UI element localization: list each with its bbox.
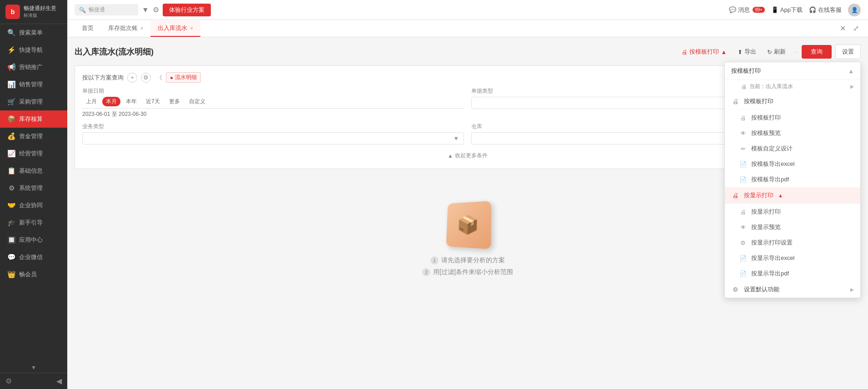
query-button[interactable]: 查询 <box>802 45 832 59</box>
settings-icon[interactable]: ⚙ <box>5 377 12 385</box>
online-service-item[interactable]: 🎧 在线客服 <box>809 6 842 14</box>
date-tab-本月[interactable]: 本月 <box>102 97 120 106</box>
phone-icon: 📱 <box>771 6 778 13</box>
set-button[interactable]: 设置 <box>835 45 861 59</box>
app-download-item[interactable]: 📱 App下载 <box>771 6 803 14</box>
hint-2: 2 用[过滤]条件来缩小分析范围 <box>422 268 513 276</box>
wechat-icon: 💬 <box>7 253 15 261</box>
sidebar-item-enterprise[interactable]: 🤝企业协同 <box>0 197 67 214</box>
set-default-item[interactable]: ⚙ 设置默认功能 ▶ <box>725 281 860 298</box>
biz-type-select[interactable]: ▼ <box>82 132 464 145</box>
nav-label-wechat: 企业微信 <box>19 253 43 261</box>
sidebar-item-appcenter[interactable]: 🔲应用中心 <box>0 231 67 249</box>
date-tab-上月[interactable]: 上月 <box>82 97 100 106</box>
date-filter-item: 单据日期 上月本月本年近7天更多自定义 2023-06-01 至 2023-06… <box>82 87 464 118</box>
settings-func-icon: ⚙ <box>731 286 739 293</box>
sidebar-item-inventory[interactable]: 📦库存核算 <box>0 110 67 128</box>
dropdown-item-display-pdf[interactable]: 📄按显示导出pdf <box>725 266 860 281</box>
template-section-header[interactable]: 🖨 按模板打印 <box>725 93 860 110</box>
tab-close-inout[interactable]: × <box>190 25 193 31</box>
sidebar-item-search[interactable]: 🔍搜索菜单 <box>0 24 67 41</box>
filter-collapse-icon[interactable]: 《 <box>156 74 162 82</box>
guide-icon: 🎓 <box>7 219 15 227</box>
sidebar-item-purchase[interactable]: 🛒采购管理 <box>0 93 67 110</box>
topbar-gear-icon[interactable]: ⚙ <box>153 5 159 14</box>
chevron-right-small-icon: ▶ <box>850 287 854 293</box>
page-header: 出入库流水(流水明细) 🖨 按模板打印 ▲ ⬆ 导出 ↻ 刷新 <box>75 45 861 59</box>
industry-btn[interactable]: 体验行业方案 <box>163 4 211 16</box>
date-tab-近7天[interactable]: 近7天 <box>142 97 164 106</box>
tab-close-batch[interactable]: × <box>140 25 143 31</box>
sidebar-item-basic[interactable]: 📋基础信息 <box>0 162 67 180</box>
nav-label-marketing: 营销推广 <box>19 63 43 71</box>
user-avatar[interactable]: 👤 <box>848 4 861 16</box>
search-icon: 🔍 <box>79 7 86 13</box>
filter-add-button[interactable]: + <box>127 73 137 83</box>
display-print-icon: 🖨 <box>739 209 747 215</box>
dropdown-item-template-excel[interactable]: 📄按模板导出excel <box>725 156 860 172</box>
display-excel-icon: 📄 <box>739 255 747 262</box>
page-actions: 🖨 按模板打印 ▲ ⬆ 导出 ↻ 刷新 ··· 查询 设置 <box>678 45 861 59</box>
template-pdf-icon: 📄 <box>739 176 747 183</box>
date-tab-本年[interactable]: 本年 <box>122 97 140 106</box>
collapse-up-icon: ▲ <box>448 153 453 159</box>
sidebar-item-system[interactable]: ⚙系统管理 <box>0 180 67 197</box>
close-window-button[interactable]: ✕ <box>838 22 848 35</box>
display-pdf-icon: 📄 <box>739 270 747 277</box>
scroll-down-button[interactable]: ▼ <box>0 363 67 373</box>
print-dropdown-panel: 按模板打印 ▲ 🖨 当前：出入库流水 ▶ 🖨 按模板打印 <box>724 62 861 298</box>
print-template-button[interactable]: 🖨 按模板打印 ▲ <box>678 46 730 58</box>
topbar: 🔍 畅捷通 ▼ ⚙ 体验行业方案 💬 消息 99+ 📱 App下载 🎧 在线客服… <box>67 0 868 20</box>
dropdown-current: 🖨 当前：出入库流水 ▶ <box>725 80 860 93</box>
headset-icon: 🎧 <box>809 6 816 13</box>
inventory-icon: 📦 <box>7 115 15 123</box>
nav-label-quicknav: 快捷导航 <box>19 46 43 54</box>
maximize-window-button[interactable]: ⤢ <box>851 22 861 35</box>
dropdown-item-display-preview[interactable]: 👁按显示预览 <box>725 219 860 235</box>
date-tab-更多[interactable]: 更多 <box>165 97 184 106</box>
dropdown-item-template-preview[interactable]: 👁按模板预览 <box>725 125 860 141</box>
sidebar-item-member[interactable]: 👑畅会员 <box>0 266 67 283</box>
quicknav-icon: ⚡ <box>7 46 15 54</box>
sidebar-item-finance[interactable]: 💰资金管理 <box>0 128 67 145</box>
nav-label-appcenter: 应用中心 <box>19 236 43 244</box>
template-custom-icon: ✏ <box>739 145 747 152</box>
date-tab-自定义[interactable]: 自定义 <box>185 97 209 106</box>
topbar-settings-icon[interactable]: ▼ <box>142 6 149 14</box>
sidebar-item-quicknav[interactable]: ⚡快捷导航 <box>0 41 67 59</box>
sidebar-item-marketing[interactable]: 📢营销推广 <box>0 59 67 76</box>
display-section-header[interactable]: 🖨 按显示打印 ▲ <box>725 187 860 204</box>
chevron-right-icon: ▶ <box>850 84 854 90</box>
hint-1: 1 请先选择要分析的方案 <box>430 256 505 264</box>
dropdown-close-arrow[interactable]: ▲ <box>848 68 854 75</box>
sidebar-item-guide[interactable]: 🎓新手引导 <box>0 214 67 231</box>
display-settings-icon: ⚙ <box>739 239 747 246</box>
sidebar-item-sales[interactable]: 📊销售管理 <box>0 76 67 93</box>
dropdown-item-template-pdf[interactable]: 📄按模板导出pdf <box>725 172 860 187</box>
dropdown-item-template-print[interactable]: 🖨按模板打印 <box>725 110 860 125</box>
template-preview-icon: 👁 <box>739 130 747 137</box>
tab-home[interactable]: 首页 <box>75 20 101 37</box>
dropdown-item-template-custom[interactable]: ✏模板自定义设计 <box>725 141 860 156</box>
dropdown-item-display-excel[interactable]: 📄按显示导出excel <box>725 250 860 266</box>
sidebar-item-wechat[interactable]: 💬企业微信 <box>0 249 67 266</box>
tab-batch[interactable]: 库存批次账 × <box>101 20 150 37</box>
sidebar-item-operation[interactable]: 📈经营管理 <box>0 145 67 162</box>
topbar-right: 💬 消息 99+ 📱 App下载 🎧 在线客服 👤 <box>729 4 861 16</box>
chevron-down-icon-2: ▼ <box>453 135 459 142</box>
tab-label-batch: 库存批次账 <box>108 24 138 32</box>
appcenter-icon: 🔲 <box>7 236 15 244</box>
export-button[interactable]: ⬆ 导出 <box>734 46 760 58</box>
topbar-search[interactable]: 🔍 畅捷通 <box>75 4 138 15</box>
dropdown-item-display-settings[interactable]: ⚙按显示打印设置 <box>725 235 860 250</box>
window-controls: ✕ ⤢ <box>838 22 861 35</box>
filter-setting-button[interactable]: ⚙ <box>141 73 151 83</box>
dropdown-item-display-print[interactable]: 🖨按显示打印 <box>725 204 860 219</box>
tab-inout[interactable]: 出入库流水 × <box>150 20 200 37</box>
logo-text: 畅捷通好生意 标准版 <box>24 5 56 19</box>
collapse-sidebar-icon[interactable]: ◀ <box>56 377 62 385</box>
chevron-up-icon: ▲ <box>721 49 727 55</box>
refresh-button[interactable]: ↻ 刷新 <box>763 46 789 58</box>
message-item[interactable]: 💬 消息 99+ <box>729 6 765 14</box>
message-icon: 💬 <box>729 6 736 13</box>
